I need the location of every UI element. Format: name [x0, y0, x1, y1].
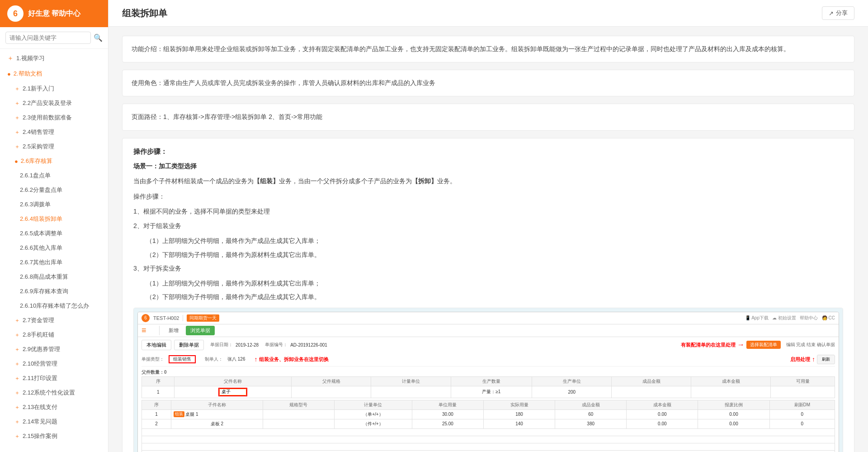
sidebar-item-print[interactable]: ＋ 2.11打印设置 — [0, 371, 108, 385]
screenshot-container: 6 TEST-H002 同期期货一天 📱 App下载 ☁ 初始设置 帮助中心 🧑… — [133, 308, 843, 452]
sidebar-item-faq[interactable]: ＋ 2.14常见问题 — [0, 414, 108, 429]
plus-icon-mobile: ＋ — [14, 331, 20, 339]
fake-btn-save[interactable]: 本地编辑 — [142, 340, 171, 350]
c-unit-2: （件+/+） — [334, 419, 412, 428]
empty-row-3 — [142, 428, 835, 436]
child-th-actual: 实际用量 — [484, 400, 555, 409]
sidebar-item-stock-count[interactable]: 2.6.1盘点单 — [0, 168, 108, 183]
path-intro-text: 页面路径：1、库存核算->库存管理->组装拆卸单 2、首页->常用功能 — [132, 111, 845, 123]
sidebar-item-custom[interactable]: ＋ 2.12系统个性化设置 — [0, 385, 108, 400]
sidebar-item-split-count[interactable]: 2.6.2分量盘点单 — [0, 183, 108, 197]
parent-name-input[interactable] — [219, 389, 246, 395]
c-scrap-1: 0.00 — [698, 409, 769, 419]
sidebar-item-videos[interactable]: ＋ 1.视频学习 — [0, 51, 108, 66]
annotation-right-text: 启用处理 — [790, 356, 810, 363]
parent-spec-1 — [292, 386, 371, 398]
scene1-desc: 当由多个子件材料组装成一个成品的业务为【组装】业务，当由一个父件拆分成多个子产品… — [133, 175, 843, 187]
annotation-right-area: 启用处理 ↑ 刷新 — [790, 355, 835, 364]
feature-intro-block: 功能介绍：组装拆卸单用来处理企业组装或拆卸等加工业务，支持有固定装配清单的产品加… — [122, 36, 854, 62]
parent-seq-1: 1 — [142, 386, 175, 398]
search-button[interactable]: 🔍 — [94, 33, 103, 42]
minus-icon-inventory: ● — [14, 158, 18, 165]
sidebar-item-other-out[interactable]: 2.6.7其他出库单 — [0, 255, 108, 270]
parent-cost-1 — [691, 386, 771, 398]
child-th-seq: 序 — [142, 400, 171, 409]
annotation-top-text: 有装配清单的在这里处理 — [681, 342, 736, 348]
sidebar-item-finance[interactable]: ＋ 2.7资金管理 — [0, 313, 108, 328]
plus-icon-ops: ＋ — [14, 360, 20, 368]
fake-period-btn[interactable]: 同期期货一天 — [187, 314, 219, 322]
th-prod-qty: 生产数量 — [451, 376, 532, 386]
fake-tab-new[interactable]: 新增 — [164, 326, 183, 335]
steps-heading: 操作步骤： — [133, 190, 843, 203]
child-row-4 — [142, 436, 835, 443]
c-uusage-1: 30.00 — [412, 409, 483, 419]
fake-app-window: 6 TEST-H002 同期期货一天 📱 App下载 ☁ 初始设置 帮助中心 🧑… — [137, 312, 839, 452]
sidebar-item-cost-calc[interactable]: 2.6.8商品成本重算 — [0, 270, 108, 284]
sidebar-item-new[interactable]: ＋ 2.1新手入门 — [0, 81, 108, 96]
fake-type-select-box[interactable]: 组装销售 — [169, 355, 196, 363]
fake-form-label-no: 单据编号： — [265, 342, 288, 348]
annotation-middle-text: 组装业务、拆卸业务在这里切换 — [259, 356, 329, 363]
c-pamt-2: 380 — [555, 419, 627, 428]
fake-app-header: 6 TEST-H002 同期期货一天 📱 App下载 ☁ 初始设置 帮助中心 🧑… — [138, 312, 839, 324]
sidebar-item-stock-error[interactable]: 2.6.10库存账本错了怎么办 — [0, 299, 108, 313]
sidebar-item-purchase[interactable]: ＋ 2.5采购管理 — [0, 139, 108, 154]
assembly-label: 【组装】 — [254, 177, 279, 185]
c-scrap-2: 0.00 — [698, 419, 769, 428]
sidebar-item-docs-label: 2.帮助文档 — [14, 70, 42, 78]
c-refresh-1: 0 — [769, 409, 835, 419]
c-cost-2: 0.00 — [627, 419, 698, 428]
search-input[interactable] — [5, 32, 91, 44]
step-2-1: （1）上部明细为父件明细，最终作为产成品生成其它入库单； — [133, 235, 843, 247]
sidebar-header: 6 好生意 帮助中心 — [0, 0, 108, 27]
fake-edit-label: 编辑 完成 结束 确认单据 — [786, 342, 835, 348]
fake-date-val: 2019-12-28 — [236, 343, 259, 347]
sidebar-item-docs[interactable]: ● 2.帮助文档 — [0, 66, 108, 81]
c-actual-2: 140 — [484, 419, 555, 428]
sidebar-item-payment[interactable]: ＋ 2.13在线支付 — [0, 400, 108, 414]
fake-logo: 6 — [142, 314, 150, 322]
fake-tab-browse[interactable]: 浏览单据 — [186, 326, 215, 335]
sidebar-item-data[interactable]: ＋ 2.3使用前数据准备 — [0, 110, 108, 125]
sidebar-item-ops[interactable]: ＋ 2.10经营管理 — [0, 357, 108, 371]
sidebar-item-assembly[interactable]: 2.6.4组装拆卸单 — [0, 212, 108, 226]
step-2-2: （2）下部明细为子件明细，最终作为原材料生成其它出库单。 — [133, 249, 843, 261]
plus-icon-purchase: ＋ — [14, 143, 20, 151]
fake-app-id: TEST-H002 — [153, 315, 179, 321]
fake-btn-delete[interactable]: 删除单据 — [174, 340, 204, 350]
fake-type-value: 组装销售 — [170, 356, 195, 362]
c-unit-1: （单+/+） — [334, 409, 412, 419]
page-title: 组装拆卸单 — [122, 7, 167, 19]
fake-select-bom-btn[interactable]: 选择装配清单 — [746, 341, 781, 349]
operations-heading: 操作步骤： — [133, 147, 843, 156]
sidebar-item-mobile[interactable]: ＋ 2.8手机旺铺 — [0, 328, 108, 342]
sidebar-item-stock-check[interactable]: 2.6.9库存账本查询 — [0, 284, 108, 299]
child-row-5 — [142, 443, 835, 450]
sidebar-item-adjust[interactable]: 2.6.3调拨单 — [0, 197, 108, 212]
sidebar-item-other-in[interactable]: 2.6.6其他入库单 — [0, 241, 108, 255]
annotation-middle-area: ↑ 组装业务、拆卸业务在这里切换 — [254, 356, 329, 363]
c-name-2: 桌板 2 — [171, 419, 263, 428]
main-header: 组装拆卸单 ↗ 分享 — [108, 0, 868, 27]
c-pamt-1: 60 — [555, 409, 627, 419]
path-intro-block: 页面路径：1、库存核算->库存管理->组装拆卸单 2、首页->常用功能 — [122, 104, 854, 130]
sidebar-item-inventory[interactable]: ● 2.6库存核算 — [0, 154, 108, 168]
empty-row-6 — [142, 450, 835, 452]
sidebar-item-cases[interactable]: ＋ 2.15操作案例 — [0, 429, 108, 443]
sidebar-item-cost-adjust[interactable]: 2.6.5成本调整单 — [0, 226, 108, 241]
step-2: 2、对于组装业务 — [133, 220, 843, 232]
child-th-name: 子件名称 — [171, 400, 263, 409]
sidebar-item-sales[interactable]: ＋ 2.4销售管理 — [0, 125, 108, 139]
child-th-refresh: 刷新DM — [769, 400, 835, 409]
plus-icon-print: ＋ — [14, 375, 20, 382]
fake-refresh-btn[interactable]: 刷新 — [817, 355, 835, 364]
fake-nav-icon: ≡ — [142, 326, 146, 335]
sidebar-item-coupon[interactable]: ＋ 2.9优惠券管理 — [0, 342, 108, 357]
share-button[interactable]: ↗ 分享 — [822, 6, 854, 20]
child-table: 序 子件名称 规格型号 计量单位 单位用量 实际用量 成品金额 成本金额 — [142, 400, 835, 452]
sidebar-item-install[interactable]: ＋ 2.2产品安装及登录 — [0, 96, 108, 110]
main-area: 组装拆卸单 ↗ 分享 功能介绍：组装拆卸单用来处理企业组装或拆卸等加工业务，支持… — [108, 0, 868, 452]
parent-name-input-box[interactable] — [218, 388, 247, 396]
fake-toolbar: 本地编辑 删除单据 单据日期： 2019-12-28 单据编号： AD-2019… — [142, 340, 835, 350]
